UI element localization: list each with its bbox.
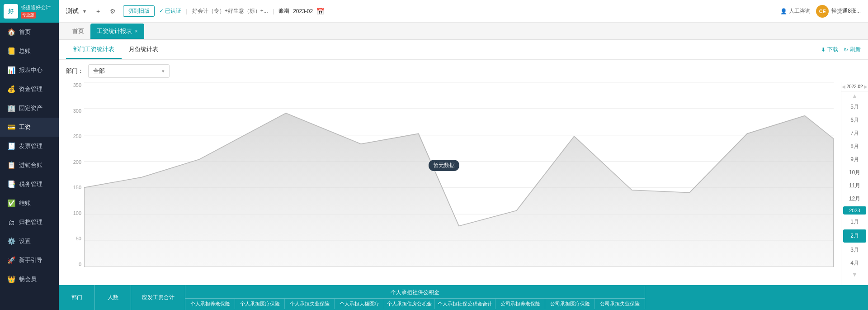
select-arrow-icon: ▾ — [162, 68, 165, 74]
date-panel-month-6月[interactable]: 6月 — [841, 114, 868, 127]
sidebar-item-tax[interactable]: 📑税务管理 — [0, 175, 59, 194]
sidebar-item-reports[interactable]: 📊报表中心 — [0, 61, 59, 80]
filter-label: 部门： — [66, 67, 84, 75]
sidebar-item-label: 税务管理 — [19, 180, 42, 188]
y-label: 50 — [76, 236, 81, 241]
date-panel-month-5月[interactable]: 5月 — [841, 100, 868, 114]
sidebar-item-label: 畅会员 — [19, 275, 37, 283]
dept-select[interactable]: 全部 ▾ — [88, 64, 170, 78]
date-panel-right-arrow[interactable]: ▶ — [864, 84, 868, 89]
sidebar-item-archive[interactable]: 🗂归档管理 — [0, 213, 59, 232]
date-panel-month-9月[interactable]: 9月 — [841, 153, 868, 166]
sub-tab-actions: ⬇ 下载 ↻ 刷新 — [821, 46, 861, 53]
sidebar-item-membership[interactable]: 👑畅会员 — [0, 270, 59, 289]
topbar: 测试 ▾ + ⚙ 切到旧版 ✓ 已认证 | 好会计（专）+好生意（标）+... … — [59, 0, 868, 23]
group-col: 个人承担养老保险 — [185, 299, 235, 309]
date-panel-month-2023[interactable]: 2023 — [843, 206, 866, 215]
topbar-settings-btn[interactable]: ⚙ — [107, 5, 118, 17]
sidebar-item-label: 归档管理 — [19, 218, 42, 226]
date-panel-year: 2023.02 — [846, 84, 863, 89]
settings-icon: ⚙️ — [7, 237, 15, 245]
col-dept: 部门 — [59, 285, 95, 310]
y-axis: 350300250200150100500 — [66, 82, 84, 267]
sidebar-item-label: 设置 — [19, 237, 31, 245]
tab-close-btn[interactable]: × — [135, 28, 138, 34]
logo-text: 畅捷通好会计 专业版 — [21, 4, 51, 18]
sidebar-item-closing[interactable]: ✅结账 — [0, 194, 59, 213]
service-btn[interactable]: 👤 人工咨询 — [780, 7, 811, 15]
tab-salary-report[interactable]: 工资统计报表 × — [90, 24, 144, 39]
topbar-btn-group: + ⚙ — [92, 5, 118, 17]
date-panel-up-nav[interactable]: ▲ — [852, 92, 858, 100]
logo-icon: 好 — [4, 4, 18, 19]
chart-tooltip: 暂无数据 — [429, 160, 459, 171]
y-label: 250 — [73, 134, 81, 139]
sidebar-item-label: 结账 — [19, 199, 31, 207]
user-menu[interactable]: CE 轻捷通8班... — [816, 5, 861, 18]
filter-bar: 部门： 全部 ▾ — [59, 60, 868, 82]
sidebar-item-guide[interactable]: 🚀新手引导 — [0, 251, 59, 270]
funds-icon: 💰 — [7, 85, 15, 93]
sidebar-item-home[interactable]: 🏠首页 — [0, 23, 59, 42]
y-label: 100 — [73, 210, 81, 216]
topbar-dropdown-arrow[interactable]: ▾ — [83, 8, 86, 14]
sidebar-item-label: 固定资产 — [19, 104, 42, 112]
col-total-salary: 应发工资合计 — [131, 285, 185, 310]
date-panel-down-nav[interactable]: ▼ — [852, 271, 858, 278]
main-content: 测试 ▾ + ⚙ 切到旧版 ✓ 已认证 | 好会计（专）+好生意（标）+... … — [59, 0, 868, 310]
sidebar-item-label: 发票管理 — [19, 142, 42, 150]
sidebar-item-label: 报表中心 — [19, 66, 42, 74]
date-panel-month-12月[interactable]: 12月 — [841, 192, 868, 205]
sub-tab-dept[interactable]: 部门工资统计表 — [66, 41, 122, 59]
download-icon: ⬇ — [821, 47, 826, 53]
group-personal-insurance: 个人承担社保公积金 个人承担养老保险个人承担医疗保险个人承担失业保险个人承担大额… — [185, 286, 645, 309]
sub-tabs: 部门工资统计表 月份统计表 — [66, 41, 165, 59]
calendar-icon[interactable]: 📅 — [316, 8, 324, 15]
sidebar-item-label: 进销台账 — [19, 161, 42, 169]
general-ledger-icon: 📒 — [7, 47, 15, 55]
group-col: 个人承担失业保险 — [285, 299, 335, 309]
y-label: 150 — [73, 185, 81, 190]
date-panel-month-11月[interactable]: 11月 — [841, 179, 868, 192]
download-btn[interactable]: ⬇ 下载 — [821, 46, 838, 53]
topbar-add-btn[interactable]: + — [92, 5, 104, 17]
sub-tab-bar: 部门工资统计表 月份统计表 ⬇ 下载 ↻ 刷新 — [59, 40, 868, 60]
date-panel-month-1月[interactable]: 1月 — [841, 215, 868, 229]
area-chart — [84, 82, 834, 267]
sidebar-item-label: 资金管理 — [19, 85, 42, 93]
user-avatar: CE — [816, 5, 829, 18]
date-panel-month-10月[interactable]: 10月 — [841, 166, 868, 179]
date-panel-month-2月[interactable]: 2月 — [843, 229, 866, 243]
sidebar-item-salary[interactable]: 💳工资 — [0, 118, 59, 137]
closing-icon: ✅ — [7, 199, 15, 207]
tab-home[interactable]: 首页 — [66, 24, 90, 39]
sidebar-item-settings[interactable]: ⚙️设置 — [0, 232, 59, 251]
group-title: 个人承担社保公积金 — [185, 286, 645, 299]
date-panel-month-3月[interactable]: 3月 — [841, 243, 868, 257]
date-panel-month-4月[interactable]: 4月 — [841, 257, 868, 270]
sidebar-item-general-ledger[interactable]: 📒总账 — [0, 42, 59, 61]
date-panel-left-arrow[interactable]: ◀ — [842, 84, 845, 89]
sidebar-item-funds[interactable]: 💰资金管理 — [0, 80, 59, 99]
membership-icon: 👑 — [7, 275, 15, 283]
certified-badge: ✓ 已认证 — [159, 7, 181, 15]
content-area: 部门工资统计表 月份统计表 ⬇ 下载 ↻ 刷新 部门： — [59, 40, 868, 310]
sidebar-item-fixed-assets[interactable]: 🏢固定资产 — [0, 99, 59, 118]
account-tags: 好会计（专）+好生意（标）+... — [192, 7, 268, 15]
group-col: 公司承担医疗保险 — [545, 299, 595, 309]
sub-tab-month[interactable]: 月份统计表 — [122, 41, 165, 59]
tax-icon: 📑 — [7, 180, 15, 188]
username: 轻捷通8班... — [831, 7, 861, 15]
date-panel-months: 5月6月7月8月9月10月11月12月20231月2月3月4月 — [841, 100, 868, 270]
date-panel-month-7月[interactable]: 7月 — [841, 127, 868, 140]
date-panel-month-8月[interactable]: 8月 — [841, 140, 868, 153]
date-panel: ◀ 2023.02 ▶ ▲ 5月6月7月8月9月10月11月12月20231月2… — [841, 82, 868, 285]
sidebar-item-invoice[interactable]: 🧾发票管理 — [0, 137, 59, 156]
sidebar-item-sales[interactable]: 📋进销台账 — [0, 156, 59, 175]
chart-section: 350300250200150100500 — [59, 82, 868, 285]
sidebar-item-label: 首页 — [19, 28, 31, 36]
group-col: 公司承担养老保险 — [495, 299, 545, 309]
switch-version-btn[interactable]: 切到旧版 — [123, 5, 155, 17]
refresh-btn[interactable]: ↻ 刷新 — [844, 46, 861, 53]
home-icon: 🏠 — [7, 28, 15, 36]
